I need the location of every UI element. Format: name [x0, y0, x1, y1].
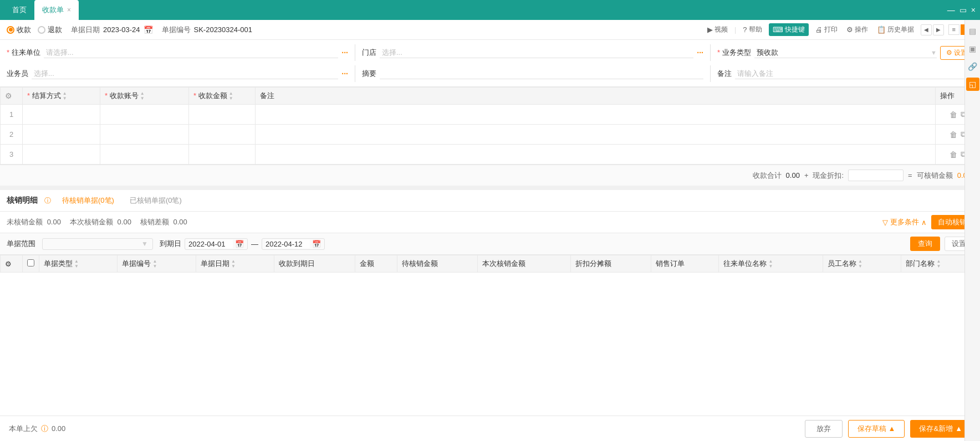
th-settings[interactable]: ⚙ — [1, 88, 23, 105]
amount-sort-icon[interactable]: ▲▼ — [229, 91, 233, 101]
date-from-icon[interactable]: 📅 — [235, 240, 244, 248]
hth-settings[interactable]: ⚙ — [1, 255, 23, 273]
carry-info-icon[interactable]: ⓘ — [41, 424, 48, 434]
more-filter-btn[interactable]: ▽ 更多条件 ∧ — [882, 217, 927, 227]
hexiao-info-icon[interactable]: ⓘ — [44, 196, 51, 206]
help-btn[interactable]: ? 帮助 — [741, 24, 764, 35]
row-num-2: 2 — [1, 125, 23, 145]
window-restore[interactable]: ▭ — [959, 6, 967, 14]
radio-refund-circle — [38, 26, 45, 34]
hth-discount: 折扣分摊额 — [571, 255, 651, 273]
staff-more-btn[interactable]: ··· — [341, 69, 348, 78]
save-new-arrow[interactable]: ▲ — [955, 424, 962, 433]
row2-amount-input[interactable] — [189, 125, 255, 144]
row2-account[interactable] — [100, 125, 189, 145]
help-label: 帮助 — [749, 25, 762, 34]
row2-amount[interactable] — [189, 125, 256, 145]
staff-input[interactable] — [32, 68, 338, 79]
window-close[interactable]: × — [971, 6, 976, 14]
radio-refund[interactable]: 退款 — [38, 25, 62, 35]
settle-method-label: 结算方式 — [27, 91, 61, 101]
date-to-icon[interactable]: 📅 — [312, 240, 321, 248]
operation-icon: ⚙ — [846, 25, 853, 34]
row2-note[interactable] — [256, 125, 936, 145]
shortcut-btn[interactable]: ⌨ 快捷键 — [769, 23, 809, 36]
window-minimize[interactable]: — — [947, 6, 955, 14]
hexiao-select-all[interactable] — [27, 259, 34, 266]
row3-delete-icon[interactable]: 🗑 — [950, 150, 957, 159]
range-select[interactable] — [47, 240, 139, 248]
sidebar-expand-icon[interactable]: ◱ — [966, 78, 979, 91]
row2-delete-icon[interactable]: 🗑 — [950, 130, 957, 139]
sidebar-table-icon[interactable]: ▤ — [966, 24, 979, 38]
tab-receipt[interactable]: 收款单 × — [34, 0, 79, 20]
print-btn[interactable]: 🖨 打印 — [813, 24, 840, 35]
counterpart-more-btn[interactable]: ··· — [341, 48, 348, 57]
row1-delete-icon[interactable]: 🗑 — [950, 110, 957, 119]
tab-receipt-close[interactable]: × — [67, 6, 71, 14]
bottom-bar: 本单上欠 ⓘ 0.00 放弃 保存草稿 ▲ 保存&新增 ▲ — [0, 416, 980, 441]
radio-refund-label: 退款 — [48, 25, 62, 35]
form-row-2: 业务员 ··· 摘要 备注 — [7, 65, 973, 82]
row3-settle-input[interactable] — [23, 145, 100, 164]
business-type-select[interactable]: ▼ — [754, 47, 937, 58]
abandon-btn[interactable]: 放弃 — [805, 420, 843, 438]
date-from-input[interactable] — [188, 240, 233, 248]
row1-settle[interactable] — [23, 105, 100, 125]
nav-next[interactable]: ▶ — [933, 24, 944, 35]
hth-checkbox[interactable] — [23, 255, 39, 273]
receipt-type-group: 收款 退款 — [7, 25, 62, 35]
date-range: 到期日 📅 — 📅 — [160, 238, 325, 250]
history-btn[interactable]: 📋 历史单据 — [875, 24, 916, 35]
save-new-btn[interactable]: 保存&新增 ▲ — [910, 420, 971, 438]
row1-settle-input[interactable] — [23, 105, 100, 124]
hexiao-done-tab[interactable]: 已核销单据(0笔) — [125, 194, 186, 207]
shop-more-btn[interactable]: ··· — [697, 48, 703, 57]
summary-input[interactable] — [380, 68, 703, 79]
row3-amount-input[interactable] — [189, 145, 255, 164]
nav-prev[interactable]: ◀ — [921, 24, 932, 35]
sidebar-link-icon[interactable]: 🔗 — [966, 60, 979, 73]
row2-settle-input[interactable] — [23, 125, 100, 144]
row3-amount[interactable] — [189, 145, 256, 165]
business-type-arrow[interactable]: ▼ — [931, 49, 937, 56]
operation-btn[interactable]: ⚙ 操作 — [844, 24, 870, 35]
shop-input[interactable] — [380, 47, 693, 58]
row2-settle[interactable] — [23, 125, 100, 145]
row3-account-input[interactable] — [100, 145, 188, 164]
doc-date-calendar-icon[interactable]: 📅 — [144, 25, 153, 34]
counterpart-input[interactable] — [44, 47, 339, 58]
save-draft-btn[interactable]: 保存草稿 ▲ — [848, 420, 905, 438]
save-draft-arrow[interactable]: ▲ — [889, 424, 896, 433]
row3-note[interactable] — [256, 145, 936, 165]
tab-receipt-label: 收款单 — [42, 5, 64, 15]
filter-arrow: ∧ — [921, 218, 927, 227]
row1-account[interactable] — [100, 105, 189, 125]
row3-note-input[interactable] — [256, 145, 935, 164]
row1-account-input[interactable] — [100, 105, 188, 124]
account-sort-icon[interactable]: ▲▼ — [140, 91, 145, 101]
tab-home[interactable]: 首页 — [4, 0, 34, 20]
row1-amount-input[interactable] — [189, 105, 255, 124]
row3-account[interactable] — [100, 145, 189, 165]
date-to-input[interactable] — [266, 240, 310, 248]
note-input[interactable] — [735, 68, 973, 79]
table-settings-icon[interactable]: ⚙ — [5, 91, 12, 100]
row1-note-input[interactable] — [256, 105, 935, 124]
row2-note-input[interactable] — [256, 125, 935, 144]
settle-sort-icon[interactable]: ▲▼ — [63, 91, 67, 101]
hexiao-pending-tab[interactable]: 待核销单据(0笔) — [58, 194, 119, 207]
row3-settle[interactable] — [23, 145, 100, 165]
row2-account-input[interactable] — [100, 125, 188, 144]
range-select-wrap[interactable]: ▼ — [42, 238, 153, 250]
radio-receipt[interactable]: 收款 — [7, 25, 31, 35]
sidebar-grid-icon[interactable]: ▣ — [966, 42, 979, 55]
row1-note[interactable] — [256, 105, 936, 125]
hexiao-table-settings-icon[interactable]: ⚙ — [5, 260, 12, 268]
row1-amount[interactable] — [189, 105, 256, 125]
view-list[interactable]: ≡ — [948, 24, 959, 35]
business-type-input[interactable] — [754, 47, 931, 58]
query-btn[interactable]: 查询 — [910, 237, 940, 251]
discount-input[interactable] — [848, 170, 904, 181]
video-btn[interactable]: ▶ 视频 — [705, 24, 730, 35]
